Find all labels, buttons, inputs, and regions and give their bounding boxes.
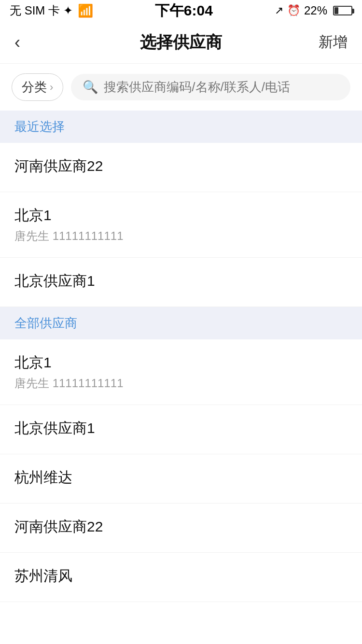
recent-list-item[interactable]: 北京1唐先生 11111111111 — [0, 192, 362, 258]
battery-icon — [333, 6, 352, 15]
wifi-icon: 📶 — [78, 3, 93, 18]
item-name: 杭州维达 — [14, 468, 348, 488]
status-time: 下午6:04 — [155, 1, 213, 21]
status-left: 无 SIM 卡 ✦ 📶 — [10, 3, 93, 18]
recent-list-item[interactable]: 河南供应商22 — [0, 143, 362, 192]
item-sub: 唐先生 11111111111 — [14, 228, 348, 244]
search-input[interactable] — [104, 80, 339, 95]
nav-bar: ‹ 选择供应商 新增 — [0, 21, 362, 64]
category-button[interactable]: 分类 › — [12, 73, 63, 101]
all-items-list: 北京1唐先生 11111111111北京供应商1杭州维达河南供应商22苏州清风 — [0, 339, 362, 602]
item-name: 北京1 — [14, 353, 348, 373]
all-list-item[interactable]: 苏州清风 — [0, 553, 362, 602]
all-list-item[interactable]: 北京供应商1 — [0, 405, 362, 454]
category-label: 分类 — [22, 79, 47, 96]
battery-text: 22% — [304, 4, 327, 17]
item-name: 北京1 — [14, 206, 348, 225]
no-sim-text: 无 SIM 卡 ✦ — [10, 3, 73, 18]
add-button[interactable]: 新增 — [319, 32, 348, 52]
back-button[interactable]: ‹ — [14, 32, 43, 53]
recent-list-item[interactable]: 北京供应商1 — [0, 258, 362, 307]
all-list-item[interactable]: 河南供应商22 — [0, 504, 362, 553]
filter-bar: 分类 › 🔍 — [0, 64, 362, 111]
recent-items-list: 河南供应商22北京1唐先生 11111111111北京供应商1 — [0, 143, 362, 307]
item-name: 河南供应商22 — [14, 517, 348, 537]
page-title: 选择供应商 — [140, 31, 222, 54]
recent-section-header: 最近选择 — [0, 111, 362, 143]
search-icon: 🔍 — [83, 80, 98, 95]
search-box: 🔍 — [71, 74, 350, 100]
recent-section-label: 最近选择 — [14, 119, 65, 134]
item-name: 北京供应商1 — [14, 419, 348, 438]
status-right: ↗ ⏰ 22% — [275, 4, 352, 17]
location-icon: ↗ — [275, 4, 283, 17]
item-name: 河南供应商22 — [14, 156, 348, 176]
item-name: 苏州清风 — [14, 566, 348, 586]
all-list-item[interactable]: 杭州维达 — [0, 454, 362, 504]
all-section-label: 全部供应商 — [14, 316, 77, 330]
all-list-item[interactable]: 北京1唐先生 11111111111 — [0, 339, 362, 405]
alarm-icon: ⏰ — [287, 4, 300, 17]
all-section-header: 全部供应商 — [0, 307, 362, 339]
status-bar: 无 SIM 卡 ✦ 📶 下午6:04 ↗ ⏰ 22% — [0, 0, 362, 21]
chevron-right-icon: › — [50, 81, 53, 94]
item-sub: 唐先生 11111111111 — [14, 376, 348, 391]
item-name: 北京供应商1 — [14, 271, 348, 291]
